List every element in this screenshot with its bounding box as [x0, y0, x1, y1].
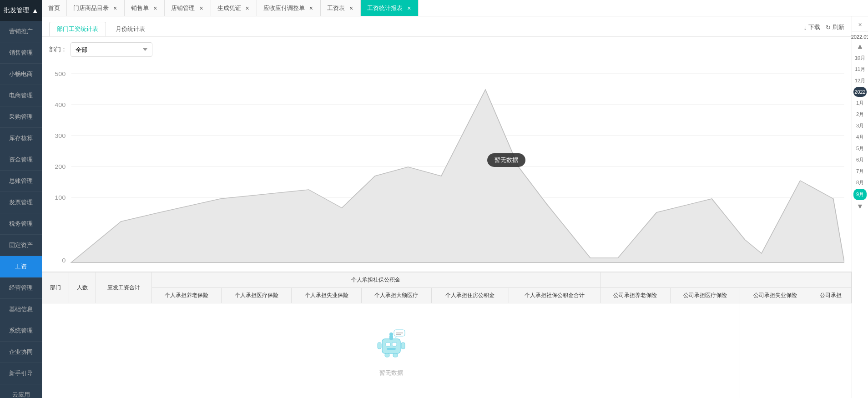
month-item-11月[interactable]: 11月	[852, 64, 868, 75]
svg-text:300: 300	[55, 133, 66, 139]
tab-5[interactable]: 应收应付调整单×	[257, 0, 321, 16]
year-label: 2022.09	[851, 31, 868, 40]
tab-4[interactable]: 生成凭证×	[211, 0, 257, 16]
sidebar-item-发票管理[interactable]: 发票管理	[0, 192, 42, 213]
svg-rect-15	[392, 343, 397, 346]
area-chart: 500 400 300 200 100 0	[49, 67, 844, 267]
sub-tabs-bar: 部门工资统计表月份统计表 ↓ 下载 ↻ 刷新	[42, 16, 852, 37]
tab-7[interactable]: 工资统计报表×	[361, 0, 419, 16]
tab-close-5[interactable]: ×	[308, 5, 314, 12]
nav-up-arrow[interactable]: ▲	[855, 40, 866, 52]
svg-text:400: 400	[55, 102, 66, 108]
svg-marker-26	[395, 336, 397, 338]
refresh-icon: ↻	[826, 24, 831, 31]
sidebar-item-采购管理[interactable]: 采购管理	[0, 106, 42, 128]
col-total-salary: 应发工资合计	[96, 272, 151, 303]
sidebar-item-资金管理[interactable]: 资金管理	[0, 149, 42, 171]
nav-down-arrow[interactable]: ▼	[855, 201, 866, 212]
month-item-10月[interactable]: 10月	[852, 52, 868, 64]
tab-close-7[interactable]: ×	[406, 5, 412, 12]
sidebar-item-营销推广[interactable]: 营销推广	[0, 21, 42, 42]
sidebar-item-工资[interactable]: 工资	[0, 256, 42, 277]
right-panel-close-button[interactable]: ×	[852, 18, 868, 31]
refresh-button[interactable]: ↻ 刷新	[826, 23, 844, 31]
sidebar-item-电商管理[interactable]: 电商管理	[0, 85, 42, 106]
sub-tab-1[interactable]: 月份统计表	[108, 22, 153, 36]
data-table: 部门 人数 应发工资合计 个人承担社保公积金 个人承担养老保险 个人承担医疗保险…	[42, 272, 852, 398]
main-area: 首页门店商品目录×销售单×店铺管理×生成凭证×应收应付调整单×工资表×工资统计报…	[42, 0, 868, 398]
sub-tabs-left: 部门工资统计表月份统计表	[49, 22, 153, 36]
svg-rect-21	[385, 353, 389, 357]
sidebar-item-库存核算[interactable]: 库存核算	[0, 128, 42, 149]
col-department: 部门	[42, 272, 69, 303]
month-item-1月[interactable]: 1月	[852, 97, 868, 109]
col-personal-pension: 个人承担养老保险	[151, 288, 222, 303]
tab-close-4[interactable]: ×	[245, 5, 250, 12]
table-section[interactable]: 部门 人数 应发工资合计 个人承担社保公积金 个人承担养老保险 个人承担医疗保险…	[42, 272, 852, 398]
sidebar-item-企业协同[interactable]: 企业协同	[0, 342, 42, 363]
svg-rect-19	[378, 343, 381, 349]
month-item-8月[interactable]: 8月	[852, 177, 868, 188]
sidebar-item-经营管理[interactable]: 经营管理	[0, 277, 42, 299]
tab-0[interactable]: 首页	[42, 0, 67, 16]
sidebar-header[interactable]: 批发管理 ▲	[0, 0, 42, 21]
tab-close-6[interactable]: ×	[348, 5, 354, 12]
filter-label: 部门：	[49, 45, 67, 54]
tab-items: 首页门店商品目录×销售单×店铺管理×生成凭证×应收应付调整单×工资表×工资统计报…	[42, 0, 419, 16]
month-item-3月[interactable]: 3月	[852, 120, 868, 131]
svg-marker-12	[71, 90, 844, 262]
col-personal-unemploy: 个人承担失业保险	[292, 288, 362, 303]
tab-2[interactable]: 销售单×	[125, 0, 165, 16]
sidebar-item-基础信息[interactable]: 基础信息	[0, 299, 42, 320]
sub-tab-0[interactable]: 部门工资统计表	[49, 22, 106, 36]
sidebar-item-销售管理[interactable]: 销售管理	[0, 42, 42, 64]
tab-close-1[interactable]: ×	[112, 5, 118, 12]
sidebar-item-新手引导[interactable]: 新手引导	[0, 363, 42, 384]
department-select[interactable]: 全部	[71, 42, 152, 57]
tab-close-2[interactable]: ×	[152, 5, 158, 12]
col-headcount: 人数	[69, 272, 96, 303]
sidebar-item-税务管理[interactable]: 税务管理	[0, 213, 42, 235]
svg-rect-13	[382, 339, 400, 353]
svg-point-18	[389, 333, 393, 336]
col-personal-housing: 个人承担住房公积金	[431, 288, 509, 303]
sidebar-title: 批发管理	[4, 6, 29, 15]
sidebar-item-系统管理[interactable]: 系统管理	[0, 320, 42, 342]
month-item-4月[interactable]: 4月	[852, 131, 868, 143]
tab-close-3[interactable]: ×	[198, 5, 204, 12]
col-company-medical: 公司承担医疗保险	[670, 288, 740, 303]
empty-label: 暂无数据	[379, 369, 403, 377]
empty-robot-icon	[373, 325, 409, 362]
month-item-12月[interactable]: 12月	[852, 75, 868, 86]
svg-rect-22	[393, 353, 398, 357]
month-item-9月[interactable]: 9月	[853, 189, 866, 200]
month-item-5月[interactable]: 5月	[852, 143, 868, 154]
svg-rect-20	[401, 343, 405, 349]
right-panel: × 2022.09 ▲ 10月11月12月20221月2月3月4月5月6月7月8…	[852, 16, 868, 398]
tab-bar: 首页门店商品目录×销售单×店铺管理×生成凭证×应收应付调整单×工资表×工资统计报…	[42, 0, 868, 16]
svg-text:100: 100	[55, 195, 66, 201]
col-personal-major-medical: 个人承担大额医疗	[362, 288, 432, 303]
sidebar-item-总账管理[interactable]: 总账管理	[0, 171, 42, 192]
col-personal-medical: 个人承担医疗保险	[222, 288, 292, 303]
tab-6[interactable]: 工资表×	[321, 0, 361, 16]
col-company-pension: 公司承担养老保险	[600, 288, 670, 303]
month-item-2月[interactable]: 2月	[852, 109, 868, 120]
month-item-6月[interactable]: 6月	[852, 154, 868, 166]
col-group-company	[600, 272, 851, 288]
col-company-other: 公司承担	[810, 288, 852, 303]
svg-rect-16	[387, 348, 396, 350]
download-button[interactable]: ↓ 下载	[804, 23, 821, 31]
month-item-2022[interactable]: 2022	[853, 87, 866, 97]
svg-text:500: 500	[55, 71, 66, 77]
tab-1[interactable]: 门店商品目录×	[67, 0, 125, 16]
tab-3[interactable]: 店铺管理×	[165, 0, 211, 16]
sidebar-item-云应用[interactable]: 云应用	[0, 384, 42, 398]
month-item-7月[interactable]: 7月	[852, 166, 868, 177]
empty-state: 暂无数据	[47, 307, 735, 395]
content-area: 部门工资统计表月份统计表 ↓ 下载 ↻ 刷新 部门： 全部	[42, 16, 868, 398]
sidebar-item-固定资产[interactable]: 固定资产	[0, 235, 42, 256]
page-content: 部门工资统计表月份统计表 ↓ 下载 ↻ 刷新 部门： 全部	[42, 16, 852, 398]
sidebar-item-小畅电商[interactable]: 小畅电商	[0, 64, 42, 85]
download-icon: ↓	[804, 24, 807, 31]
